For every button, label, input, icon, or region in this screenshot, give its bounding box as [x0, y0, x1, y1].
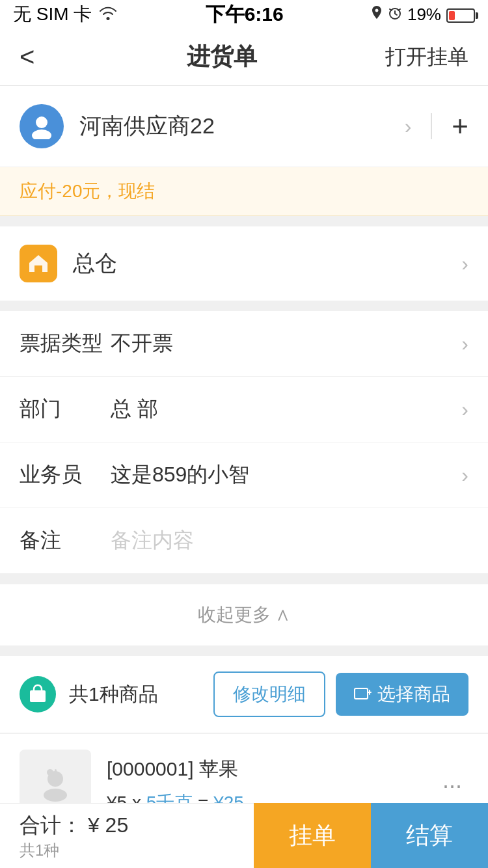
remark-row[interactable]: 备注 备注内容 [0, 508, 488, 573]
dept-label: 部门 [20, 395, 111, 424]
location-icon [371, 5, 383, 25]
page-title: 进货单 [187, 41, 257, 73]
supplier-avatar [20, 104, 64, 148]
select-product-label: 选择商品 [377, 682, 450, 707]
svg-point-7 [44, 789, 67, 802]
product-icon [20, 676, 56, 712]
total-label: 合计： [20, 813, 82, 837]
product-more-button[interactable]: ··· [436, 772, 468, 799]
product-title: 苹果 [199, 758, 238, 780]
edit-detail-button[interactable]: 修改明细 [213, 671, 325, 717]
status-left: 无 SIM 卡 [13, 2, 118, 27]
warehouse-row[interactable]: 总仓 › [0, 226, 488, 301]
total-count: 共1种 [20, 840, 234, 861]
product-count-text: 共1种商品 [69, 681, 213, 708]
svg-point-1 [36, 116, 47, 128]
dept-value: 总 部 [111, 395, 461, 424]
battery-percent: 19% [407, 5, 441, 25]
spacer1 [0, 216, 488, 226]
total-value: ¥ 25 [88, 813, 128, 837]
status-time: 下午6:16 [206, 1, 284, 28]
add-supplier-button[interactable]: + [452, 112, 468, 141]
form-card: 票据类型 不开票 › 部门 总 部 › 业务员 这是859的小智 › 备注 备注… [0, 311, 488, 573]
wifi-icon [98, 4, 118, 25]
invoice-value: 不开票 [111, 329, 461, 358]
battery-icon [446, 5, 475, 25]
sales-label: 业务员 [20, 461, 111, 489]
invoice-chevron-icon: › [461, 332, 468, 356]
nav-bar: < 进货单 打开挂单 [0, 29, 488, 86]
invoice-label: 票据类型 [20, 329, 111, 358]
back-button[interactable]: < [20, 42, 59, 72]
products-header: 共1种商品 修改明细 选择商品 [0, 656, 488, 733]
carrier-text: 无 SIM 卡 [13, 2, 92, 27]
supplier-divider [431, 113, 432, 139]
supplier-chevron-icon: › [405, 115, 412, 139]
svg-rect-4 [30, 690, 46, 702]
alarm-icon [388, 5, 402, 25]
total-amount: 合计： ¥ 25 [20, 811, 234, 840]
svg-point-2 [32, 129, 51, 139]
invoice-row[interactable]: 票据类型 不开票 › [0, 311, 488, 377]
supplier-row[interactable]: 河南供应商22 › + [0, 86, 488, 167]
warehouse-name: 总仓 [73, 249, 461, 278]
remark-label: 备注 [20, 526, 111, 555]
main-content: 河南供应商22 › + 应付-20元，现结 总仓 › 票据类型 不开票 › [0, 86, 488, 868]
product-name: [0000001] 苹果 [107, 756, 436, 783]
sales-value: 这是859的小智 [111, 461, 461, 489]
open-hang-button[interactable]: 打开挂单 [385, 43, 468, 72]
sales-row[interactable]: 业务员 这是859的小智 › [0, 442, 488, 508]
supplier-card: 河南供应商22 › + 应付-20元，现结 [0, 86, 488, 216]
remark-placeholder: 备注内容 [111, 526, 468, 555]
sales-chevron-icon: › [461, 463, 468, 487]
supplier-name: 河南供应商22 [79, 111, 405, 141]
notice-banner: 应付-20元，现结 [0, 167, 488, 216]
warehouse-chevron-icon: › [461, 252, 468, 276]
dept-chevron-icon: › [461, 398, 468, 422]
status-bar: 无 SIM 卡 下午6:16 19% [0, 0, 488, 29]
status-right: 19% [371, 5, 475, 25]
settle-button[interactable]: 结算 [371, 803, 488, 868]
bottom-bar: 合计： ¥ 25 共1种 挂单 结算 [0, 803, 488, 868]
warehouse-icon [20, 245, 57, 282]
product-code: [0000001] [107, 758, 193, 780]
total-section: 合计： ¥ 25 共1种 [0, 803, 254, 868]
svg-rect-9 [55, 769, 57, 776]
warehouse-card: 总仓 › [0, 226, 488, 301]
dept-row[interactable]: 部门 总 部 › [0, 377, 488, 442]
hang-button[interactable]: 挂单 [254, 803, 371, 868]
svg-rect-5 [355, 688, 368, 699]
svg-point-8 [47, 769, 53, 776]
collapse-button[interactable]: 收起更多 ∧ [0, 584, 488, 645]
select-product-button[interactable]: 选择商品 [336, 673, 468, 716]
svg-rect-3 [34, 265, 42, 272]
